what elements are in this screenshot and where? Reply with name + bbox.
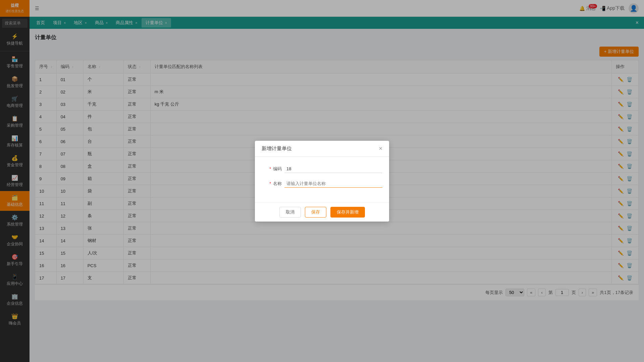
cancel-button[interactable]: 取消 xyxy=(279,207,301,218)
required-mark: * xyxy=(269,166,271,171)
code-input[interactable] xyxy=(284,165,382,173)
modal-header: 新增计量单位 × xyxy=(255,141,389,157)
code-label: * 编码 xyxy=(262,166,282,172)
modal-close-button[interactable]: × xyxy=(379,145,382,152)
save-and-new-button[interactable]: 保存并新增 xyxy=(330,207,365,218)
name-input[interactable] xyxy=(284,180,382,188)
modal-body: * 编码 * 名称 xyxy=(255,157,389,202)
modal-footer: 取消 保存 保存并新增 xyxy=(255,202,389,222)
modal-title: 新增计量单位 xyxy=(262,145,292,152)
form-row-name: * 名称 xyxy=(262,180,382,188)
form-row-code: * 编码 xyxy=(262,165,382,173)
required-mark-name: * xyxy=(269,181,271,186)
add-unit-modal: 新增计量单位 × * 编码 * 名称 取消 保存 保存并新增 xyxy=(255,141,389,222)
save-button[interactable]: 保存 xyxy=(305,207,326,218)
modal-overlay: 新增计量单位 × * 编码 * 名称 取消 保存 保存并新增 xyxy=(0,0,644,362)
name-label: * 名称 xyxy=(262,181,282,187)
